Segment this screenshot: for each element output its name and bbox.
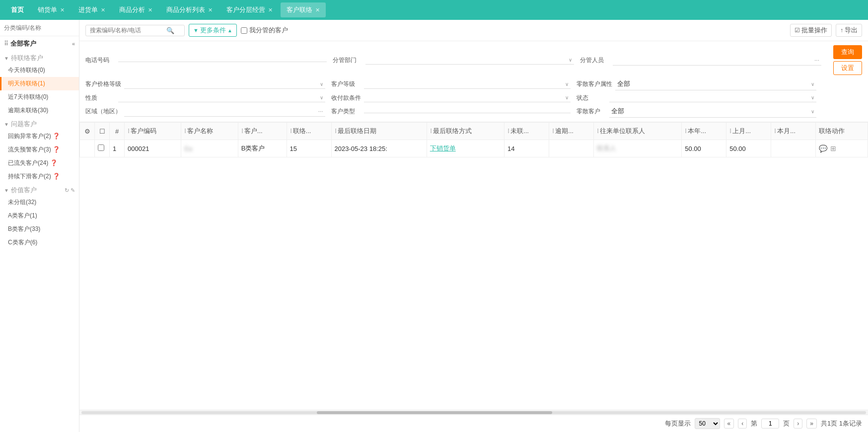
last-contact-link[interactable]: 下销货单: [430, 144, 456, 152]
batch-btn[interactable]: ☑ 批量操作: [790, 24, 832, 37]
filter-status-label: 状态: [577, 94, 606, 102]
export-label: 导出: [845, 26, 858, 35]
sidebar-group-pending[interactable]: ▼ 待联络客户: [0, 51, 79, 64]
filter-phone-label: 电话号码: [85, 56, 115, 65]
nav-sales-label: 销货单: [38, 5, 57, 14]
search-icon: 🔍: [166, 27, 174, 34]
filter-retail-attr-input[interactable]: 全部∨: [615, 78, 816, 90]
first-page-btn[interactable]: «: [724, 419, 734, 429]
filter-price-level-label: 客户价格等级: [85, 80, 121, 88]
my-customers-wrap: 我分管的客户: [241, 26, 288, 35]
nav-goods-analysis-close[interactable]: ✕: [148, 7, 152, 13]
row-check[interactable]: [95, 140, 110, 157]
sidebar-item-class-b[interactable]: B类客户(33): [0, 222, 79, 236]
nav-goods-list-label: 商品分析列表: [166, 5, 205, 14]
filter-retail-attr-label: 零散客户属性: [577, 80, 612, 88]
page-num-input[interactable]: [761, 419, 779, 429]
sidebar-item-class-c[interactable]: C类客户(6): [0, 236, 79, 249]
content-area: 🔍 ▼ 更多条件 ▲ 我分管的客户 ☑ 批量操作 ↑ 导出: [79, 20, 868, 432]
nav-customer-tier[interactable]: 客户分层经营 ✕: [220, 2, 279, 17]
filter-retail-customer-input[interactable]: 全部∨: [609, 105, 816, 118]
filter-customer-level-input[interactable]: ∨: [364, 80, 571, 89]
filter-customer-level-label: 客户等级: [331, 80, 361, 88]
export-btn[interactable]: ↑ 导出: [836, 24, 862, 37]
nav-purchase-label: 进货单: [78, 5, 98, 14]
page-size-label: 每页显示: [665, 419, 691, 428]
sidebar-group-value[interactable]: ▼ 价值客户 ↻ ✎: [0, 183, 79, 196]
nav-customer-contact-close[interactable]: ✕: [315, 7, 320, 13]
sidebar-item-tomorrow[interactable]: 明天待联络(1): [0, 77, 79, 90]
page-size-select[interactable]: 50 10 20 100: [695, 418, 720, 429]
sidebar-item-declining[interactable]: 持续下滑客户(2) ❓: [0, 170, 79, 183]
sidebar-group-value-arrow: ▼: [4, 188, 9, 193]
top-nav: 首页 销货单 ✕ 进货单 ✕ 商品分析 ✕ 商品分析列表 ✕ 客户分层经营 ✕ …: [0, 0, 868, 20]
sidebar-item-repurchase[interactable]: 回购异常客户(2) ❓: [0, 130, 79, 143]
row-last-type[interactable]: 下销货单: [427, 140, 504, 157]
sidebar-item-lost[interactable]: 已流失客户(24) ❓: [0, 156, 79, 170]
table-footer: 每页显示 50 10 20 100 « ‹ 第 页 › » 共1页 1条记录: [79, 415, 868, 432]
scrollbar-thumb[interactable]: [317, 411, 552, 414]
sidebar-all-customers[interactable]: ⠿ 全部客户 «: [0, 36, 79, 51]
filter-phone-input[interactable]: [118, 59, 327, 62]
filter-panel: 电话号码 分管部门 ∨ 分管人员 ··· 查询 设置: [79, 41, 868, 122]
filter-region-input[interactable]: ···: [124, 106, 325, 117]
sidebar: 🔍 ⠿ 全部客户 « ▼ 待联络客户 今天待联络(0) 明天待联络(1) 近7天…: [0, 20, 79, 432]
sidebar-collapse-icon[interactable]: «: [72, 41, 75, 47]
sidebar-group-pending-label: 待联络客户: [11, 54, 43, 63]
nav-customer-tier-close[interactable]: ✕: [268, 7, 273, 13]
sidebar-item-lostwarning[interactable]: 流失预警客户(3) ❓: [0, 143, 79, 156]
sidebar-all-customers-label: 全部客户: [10, 39, 36, 48]
page-label: 第: [751, 419, 757, 428]
filter-status-input[interactable]: ∨: [609, 93, 816, 102]
next-page-btn[interactable]: ›: [794, 419, 802, 429]
query-button[interactable]: 查询: [833, 45, 862, 59]
prev-page-btn[interactable]: ‹: [738, 419, 747, 429]
nav-sales[interactable]: 销货单 ✕: [32, 2, 71, 17]
nav-purchase[interactable]: 进货单 ✕: [72, 2, 111, 17]
col-contact-count: ⁞联络...: [287, 123, 331, 140]
filter-customer-type-input[interactable]: [364, 110, 571, 113]
row-action: 💬 ⊞: [816, 140, 868, 157]
filter-nature-label: 性质: [85, 94, 115, 102]
filter-btn[interactable]: ▼ 更多条件 ▲: [189, 24, 237, 37]
filter-payment-input[interactable]: ∨: [364, 93, 571, 102]
col-this-year: ⁞本年...: [682, 123, 726, 140]
grid-icon[interactable]: ⊞: [830, 144, 836, 152]
filter-retail-customer-label: 零散客户: [577, 107, 606, 116]
filter-price-level-input[interactable]: ∨: [124, 80, 325, 89]
filter-nature-input[interactable]: ∨: [118, 93, 325, 102]
my-customers-checkbox[interactable]: [241, 27, 247, 34]
sidebar-item-class-a[interactable]: A类客户(1): [0, 209, 79, 222]
filter-manager-input[interactable]: ···: [613, 55, 821, 66]
col-settings[interactable]: ⚙: [80, 123, 95, 140]
sidebar-item-overdue[interactable]: 逾期未联络(30): [0, 104, 79, 117]
sidebar-search-input[interactable]: [4, 24, 78, 31]
nav-purchase-close[interactable]: ✕: [101, 7, 105, 13]
sidebar-group-value-actions[interactable]: ↻ ✎: [65, 187, 75, 194]
settings-button[interactable]: 设置: [833, 61, 862, 75]
filter-nature: 性质 ∨: [85, 93, 325, 102]
sidebar-search-area: 🔍: [0, 20, 79, 36]
search-input[interactable]: [90, 27, 164, 34]
filter-retail-attr-arrow: ∨: [811, 81, 814, 87]
sidebar-item-ungrouped[interactable]: 未分组(32): [0, 196, 79, 209]
nav-goods-list-close[interactable]: ✕: [208, 7, 213, 13]
horizontal-scrollbar[interactable]: [79, 410, 868, 415]
col-code: ⁞客户编码: [125, 123, 181, 140]
nav-home[interactable]: 首页: [5, 2, 30, 17]
row-checkbox[interactable]: [98, 144, 104, 151]
filter-retail-customer: 零散客户 全部∨: [577, 105, 816, 118]
nav-sales-close[interactable]: ✕: [60, 7, 65, 13]
last-page-btn[interactable]: »: [806, 419, 817, 429]
sidebar-item-today[interactable]: 今天待联络(0): [0, 64, 79, 77]
sidebar-item-7days[interactable]: 近7天待联络(0): [0, 90, 79, 104]
filter-payment: 收付款条件 ∨: [331, 93, 571, 102]
nav-goods-list[interactable]: 商品分析列表 ✕: [160, 2, 218, 17]
sidebar-group-problem[interactable]: ▼ 问题客户: [0, 117, 79, 130]
chat-icon[interactable]: 💬: [819, 144, 827, 152]
nav-goods-analysis[interactable]: 商品分析 ✕: [113, 2, 158, 17]
col-check[interactable]: ☐: [95, 123, 110, 140]
filter-dept-input[interactable]: ∨: [365, 56, 574, 65]
search-input-wrap[interactable]: 🔍: [85, 25, 185, 36]
nav-customer-contact[interactable]: 客户联络 ✕: [281, 2, 326, 17]
